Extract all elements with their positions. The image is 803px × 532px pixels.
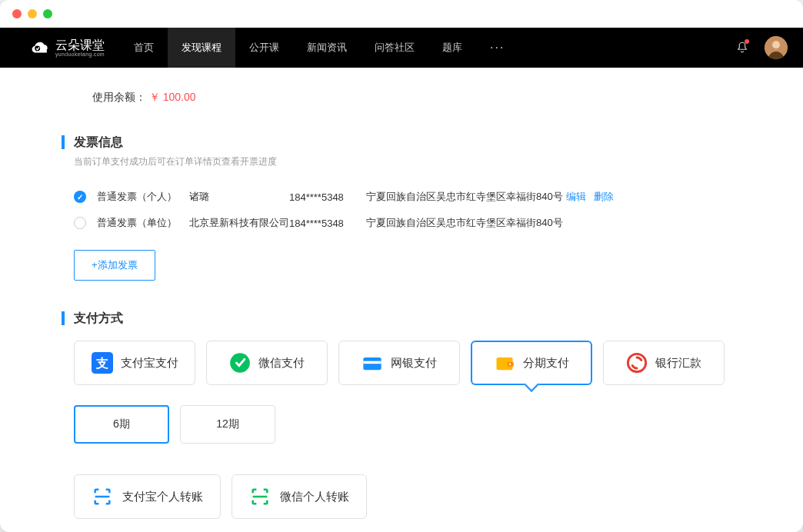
invoice-actions: 编辑 删除 (566, 190, 614, 204)
window-close-icon[interactable] (12, 9, 22, 18)
pay-label: 微信支付 (258, 356, 305, 371)
invoice-radio[interactable] (74, 217, 86, 229)
invoice-addr: 宁夏回族自治区吴忠市红寺堡区幸福街840号 (366, 216, 566, 230)
titlebar (0, 0, 803, 28)
invoice-phone: 184****5348 (289, 191, 366, 203)
payment-methods: 支 支付宝支付 微信支付 网银支付 (62, 341, 741, 385)
personal-transfers: 支付宝个人转账 微信个人转账 (62, 474, 741, 519)
invoice-delete-link[interactable]: 删除 (594, 190, 614, 204)
invoice-name: 北京昱新科技有限公司 (189, 216, 289, 230)
invoice-type: 普通发票（单位） (97, 216, 189, 230)
wechat-icon (229, 352, 251, 374)
pay-bank[interactable]: 网银支付 (338, 341, 460, 385)
nav-item-open[interactable]: 公开课 (235, 28, 293, 68)
section-payment-title: 支付方式 (62, 311, 741, 325)
svg-point-10 (509, 364, 511, 365)
nav-items: 首页 发现课程 公开课 新闻资讯 问答社区 题库 ··· (120, 28, 518, 68)
period-6[interactable]: 6期 (74, 405, 169, 444)
nav-item-news[interactable]: 新闻资讯 (293, 28, 361, 68)
scan-blue-icon (92, 486, 113, 507)
invoice-row-personal: 普通发票（个人） 诸璐 184****5348 宁夏回族自治区吴忠市红寺堡区幸福… (62, 184, 741, 210)
svg-rect-6 (363, 357, 381, 370)
app-window: 云朵课堂 yunduoketang.com 首页 发现课程 公开课 新闻资讯 问… (0, 0, 803, 532)
pay-label: 网银支付 (391, 356, 437, 371)
balance-label: 使用余额： (92, 91, 146, 103)
invoice-name: 诸璐 (189, 190, 289, 204)
pay-transfer[interactable]: 银行汇款 (603, 341, 725, 385)
pay-label: 银行汇款 (655, 356, 701, 371)
invoice-radio[interactable] (74, 191, 86, 203)
balance-value: ￥ 100.00 (149, 91, 196, 103)
logo[interactable]: 云朵课堂 yunduoketang.com (31, 38, 105, 58)
alipay-icon: 支 (92, 352, 113, 374)
balance-row: 使用余额： ￥ 100.00 (62, 83, 741, 112)
installment-periods: 6期 12期 (62, 405, 741, 444)
window-minimize-icon[interactable] (28, 9, 37, 18)
scan-green-icon (249, 486, 271, 507)
invoice-edit-link[interactable]: 编辑 (566, 190, 586, 204)
logo-sub: yunduoketang.com (55, 52, 105, 57)
bell-icon[interactable] (735, 41, 749, 55)
pay-label: 支付宝支付 (121, 356, 178, 371)
nav-item-bank[interactable]: 题库 (428, 28, 476, 68)
remit-icon (626, 352, 648, 374)
transfer-alipay[interactable]: 支付宝个人转账 (74, 474, 221, 519)
wallet-icon (494, 352, 515, 374)
invoice-phone: 184****5348 (289, 218, 366, 229)
svg-point-2 (772, 41, 780, 48)
nav-item-discover[interactable]: 发现课程 (168, 28, 235, 68)
svg-rect-7 (363, 361, 381, 364)
nav-item-qa[interactable]: 问答社区 (361, 28, 428, 68)
transfer-label: 微信个人转账 (280, 490, 349, 504)
section-invoice-sub: 当前订单支付成功后可在订单详情页查看开票进度 (62, 155, 741, 168)
invoice-addr: 宁夏回族自治区吴忠市红寺堡区幸福街840号 (366, 190, 566, 204)
invoice-row-company: 普通发票（单位） 北京昱新科技有限公司 184****5348 宁夏回族自治区吴… (62, 210, 741, 236)
invoice-type: 普通发票（个人） (97, 190, 189, 204)
bank-icon (362, 352, 383, 374)
transfer-wechat[interactable]: 微信个人转账 (232, 474, 367, 519)
period-12[interactable]: 12期 (180, 405, 275, 444)
svg-text:支: 支 (95, 356, 108, 370)
pay-label: 分期支付 (523, 356, 569, 371)
window-maximize-icon[interactable] (43, 9, 52, 18)
pay-alipay[interactable]: 支 支付宝支付 (74, 341, 195, 385)
avatar[interactable] (765, 36, 788, 59)
add-invoice-button[interactable]: +添加发票 (74, 250, 155, 281)
pay-installment[interactable]: 分期支付 (471, 341, 592, 385)
navbar: 云朵课堂 yunduoketang.com 首页 发现课程 公开课 新闻资讯 问… (0, 28, 803, 68)
pay-wechat[interactable]: 微信支付 (206, 341, 328, 385)
nav-more-icon[interactable]: ··· (476, 28, 518, 68)
logo-text: 云朵课堂 (55, 39, 105, 52)
nav-item-home[interactable]: 首页 (120, 28, 168, 68)
cloud-logo-icon (31, 38, 51, 58)
section-invoice-title: 发票信息 (62, 135, 741, 149)
transfer-label: 支付宝个人转账 (122, 490, 203, 504)
content: 使用余额： ￥ 100.00 发票信息 当前订单支付成功后可在订单详情页查看开票… (0, 68, 803, 532)
